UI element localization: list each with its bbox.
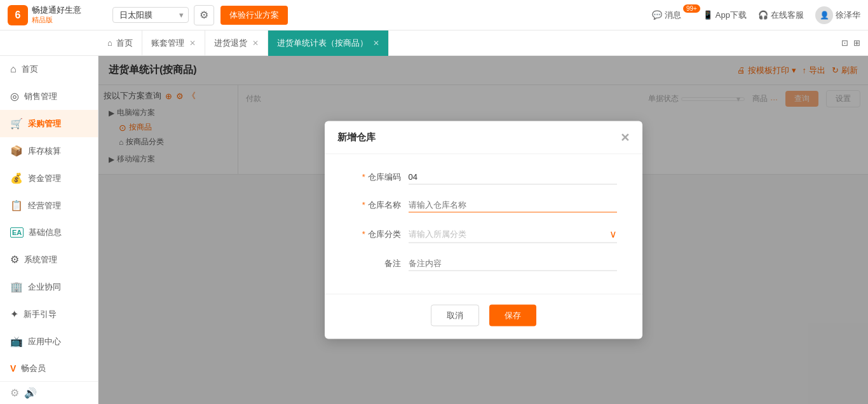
volume-icon[interactable]: 🔊 bbox=[24, 387, 37, 399]
settings-bottom-icon[interactable]: ⚙ bbox=[10, 387, 19, 399]
message-label: 消息 bbox=[665, 10, 681, 21]
tab-purchase-stat[interactable]: 进货单统计表（按商品） ✕ bbox=[268, 30, 389, 56]
inventory-icon: 📦 bbox=[10, 145, 23, 157]
sidebar-item-basic[interactable]: EA 基础信息 bbox=[0, 219, 98, 246]
sidebar-item-purchase[interactable]: 🛒 采购管理 bbox=[0, 110, 98, 137]
tab-home[interactable]: ⌂ 首页 bbox=[98, 30, 142, 56]
finance-icon: 💰 bbox=[10, 172, 23, 184]
sidebar-item-enterprise[interactable]: 🏢 企业协同 bbox=[0, 273, 98, 300]
online-service-label: 在线客服 bbox=[771, 10, 804, 21]
logo-sub: 精品版 bbox=[32, 15, 81, 25]
category-placeholder: 请输入所属分类 bbox=[409, 228, 466, 239]
logo-text-block: 畅捷通好生意 精品版 bbox=[32, 5, 81, 25]
dialog-body: 仓库编码 仓库名称 仓库分类 请输入所属分类 ∨ bbox=[325, 154, 642, 294]
cancel-button[interactable]: 取消 bbox=[431, 305, 479, 327]
apps-icon: 📺 bbox=[10, 335, 23, 347]
logo-icon: 6 bbox=[8, 5, 28, 25]
save-button[interactable]: 保存 bbox=[489, 305, 536, 327]
sales-icon: ◎ bbox=[10, 90, 19, 102]
gear-icon: ⚙ bbox=[200, 9, 208, 21]
message-badge: 99+ bbox=[683, 4, 700, 13]
category-select[interactable]: 请输入所属分类 ∨ bbox=[409, 226, 617, 243]
main-layout: ⌂ 首页 ◎ 销售管理 🛒 采购管理 📦 库存核算 💰 资金管理 📋 经营管理 … bbox=[0, 56, 868, 404]
tab-expand-icon[interactable]: ⊞ bbox=[853, 38, 860, 48]
name-label: 仓库名称 bbox=[350, 199, 401, 211]
sidebar-item-home[interactable]: ⌂ 首页 bbox=[0, 56, 98, 83]
tab-close-purchase-stat[interactable]: ✕ bbox=[373, 39, 379, 48]
logo-area: 6 畅捷通好生意 精品版 bbox=[8, 5, 106, 25]
form-row-remark: 备注 bbox=[350, 256, 617, 271]
system-icon: ⚙ bbox=[10, 253, 19, 266]
vip-icon: V bbox=[10, 363, 16, 374]
name-input[interactable] bbox=[409, 198, 617, 213]
tab-close-account[interactable]: ✕ bbox=[189, 39, 196, 48]
logo-name: 畅捷通好生意 bbox=[32, 5, 81, 16]
form-row-category: 仓库分类 请输入所属分类 ∨ bbox=[350, 226, 617, 243]
header-right: 💬 消息 99+ 📱 App下载 🎧 在线客服 👤 徐泽华 bbox=[652, 6, 860, 24]
app-download-item[interactable]: 📱 App下载 bbox=[703, 10, 747, 21]
dialog-header: 新增仓库 ✕ bbox=[325, 121, 642, 154]
basic-icon: EA bbox=[10, 227, 24, 238]
gear-button[interactable]: ⚙ bbox=[194, 5, 214, 25]
remark-label: 备注 bbox=[350, 258, 401, 269]
app-icon: 📱 bbox=[703, 10, 713, 20]
tab-purchase-return[interactable]: 进货退货 ✕ bbox=[205, 30, 268, 56]
tab-restore-icon[interactable]: ⊡ bbox=[841, 38, 848, 48]
enterprise-icon: 🏢 bbox=[10, 281, 23, 293]
search-select[interactable]: 日太阳膜 bbox=[112, 7, 189, 23]
sidebar-item-inventory[interactable]: 📦 库存核算 bbox=[0, 137, 98, 165]
guide-icon: ✦ bbox=[10, 308, 18, 320]
operation-icon: 📋 bbox=[10, 199, 23, 212]
sidebar-item-system[interactable]: ⚙ 系统管理 bbox=[0, 246, 98, 273]
remark-input[interactable] bbox=[409, 256, 617, 271]
headphone-icon: 🎧 bbox=[758, 10, 768, 20]
dialog-footer: 取消 保存 bbox=[325, 294, 642, 339]
app-download-label: App下载 bbox=[715, 10, 747, 21]
content-area: 进货单统计(按商品) 🖨 按模板打印 ▾ ↑ 导出 ↻ 刷新 bbox=[98, 56, 868, 404]
sidebar-item-sales[interactable]: ◎ 销售管理 bbox=[0, 83, 98, 110]
tab-end-icons: ⊡ ⊞ bbox=[841, 38, 868, 48]
trial-button[interactable]: 体验行业方案 bbox=[220, 6, 288, 25]
message-item[interactable]: 💬 消息 99+ bbox=[652, 10, 691, 21]
sidebar-item-finance[interactable]: 💰 资金管理 bbox=[0, 165, 98, 192]
code-label: 仓库编码 bbox=[350, 172, 401, 183]
sidebar-item-apps[interactable]: 📺 应用中心 bbox=[0, 328, 98, 355]
dialog-close-button[interactable]: ✕ bbox=[620, 131, 630, 143]
message-icon: 💬 bbox=[652, 10, 662, 20]
purchase-icon: 🛒 bbox=[10, 118, 23, 130]
home-icon: ⌂ bbox=[107, 38, 112, 48]
category-select-arrow: ∨ bbox=[609, 228, 617, 240]
username: 徐泽华 bbox=[836, 10, 860, 21]
sidebar-item-guide[interactable]: ✦ 新手引导 bbox=[0, 300, 98, 328]
form-row-name: 仓库名称 bbox=[350, 198, 617, 213]
sidebar-item-vip[interactable]: V 畅会员 bbox=[0, 355, 98, 382]
new-warehouse-dialog: 新增仓库 ✕ 仓库编码 仓库名称 仓库分类 请输入所属分类 bbox=[325, 121, 642, 339]
tab-bar: ⌂ 首页 账套管理 ✕ 进货退货 ✕ 进货单统计表（按商品） ✕ ⊡ ⊞ bbox=[0, 30, 868, 56]
tab-account[interactable]: 账套管理 ✕ bbox=[142, 30, 205, 56]
tab-close-purchase-return[interactable]: ✕ bbox=[252, 39, 259, 48]
home-sidebar-icon: ⌂ bbox=[10, 64, 17, 75]
sidebar-item-operation[interactable]: 📋 经营管理 bbox=[0, 192, 98, 219]
online-service-item[interactable]: 🎧 在线客服 bbox=[758, 10, 804, 21]
avatar: 👤 bbox=[815, 6, 833, 24]
search-area: 日太阳膜 bbox=[112, 7, 189, 23]
form-row-code: 仓库编码 bbox=[350, 170, 617, 185]
category-label: 仓库分类 bbox=[350, 229, 401, 240]
sidebar-bottom: ⚙ 🔊 bbox=[0, 381, 98, 404]
dialog-title: 新增仓库 bbox=[337, 131, 376, 144]
top-header: 6 畅捷通好生意 精品版 日太阳膜 ⚙ 体验行业方案 💬 消息 99+ 📱 Ap… bbox=[0, 0, 868, 30]
code-input[interactable] bbox=[409, 170, 617, 185]
user-area[interactable]: 👤 徐泽华 bbox=[815, 6, 860, 24]
sidebar: ⌂ 首页 ◎ 销售管理 🛒 采购管理 📦 库存核算 💰 资金管理 📋 经营管理 … bbox=[0, 56, 98, 404]
